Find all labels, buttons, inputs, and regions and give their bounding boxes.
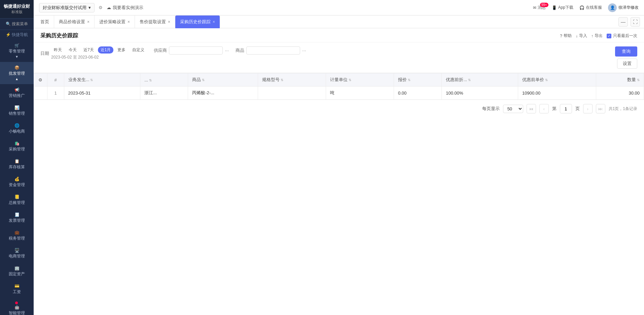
tab-goods-price-close[interactable]: ×	[87, 20, 90, 24]
th-unit[interactable]: 计量单位⇅	[326, 73, 394, 86]
sidebar-item-quick-nav[interactable]: ⚡ 快捷导航	[0, 30, 34, 40]
sidebar-item-inventory[interactable]: 📋 库存核算	[0, 155, 34, 173]
th-gear[interactable]: ⚙	[34, 73, 47, 86]
date-option-yesterday[interactable]: 昨天	[51, 46, 65, 54]
version-label: 好业财标准版交付试用	[43, 5, 86, 11]
export-button[interactable]: ↑ 导出	[591, 33, 603, 39]
help-button[interactable]: ? 帮助	[560, 33, 572, 39]
sidebar-item-search-menu[interactable]: 🔍 搜索菜单	[0, 19, 34, 30]
tab-purchase-price-strategy-close[interactable]: ×	[128, 20, 130, 24]
logo-sub: 标准版	[3, 9, 31, 14]
query-button[interactable]: 查询	[615, 46, 637, 57]
tab-minimize-button[interactable]: —	[618, 17, 628, 27]
export-label: 导出	[595, 33, 603, 39]
pagination-bar: 每页显示 50 100 200 ⏮ ‹ 第 页 › ⏭ 共1页，1条记录	[34, 100, 644, 117]
settings-gear-icon[interactable]: ⚙	[99, 5, 103, 10]
page-content: 采购历史价跟踪 ? 帮助 ↓ 导入 ↑ 导出 ✓	[34, 28, 644, 315]
date-label: 日期	[40, 50, 49, 57]
app-download-button[interactable]: 📱 App下载	[552, 5, 573, 10]
th-discount[interactable]: 优惠前折...⇅	[442, 73, 518, 86]
ledger-icon: 📒	[14, 195, 20, 199]
sidebar-item-ledger[interactable]: 📒 总账管理	[0, 191, 34, 209]
tab-sale-price-extract-label: 售价提取设置	[140, 19, 166, 25]
date-option-7days[interactable]: 近7天	[81, 46, 97, 54]
cell-spec	[258, 86, 326, 100]
demo-label: 我要看实例演示	[113, 5, 143, 11]
settings-button[interactable]: 设置	[617, 59, 637, 69]
online-service-button[interactable]: 🎧 在线客服	[579, 5, 602, 10]
page-prev-button[interactable]: ‹	[539, 104, 549, 113]
sidebar-item-smart[interactable]: 🤖 智能管理	[0, 298, 34, 315]
salary-icon: 💳	[14, 284, 20, 288]
app-logo: 畅捷通好业财 标准版	[0, 0, 34, 19]
page-last-button[interactable]: ⏭	[596, 104, 605, 113]
sidebar-item-purchase[interactable]: 🛍️ 采购管理	[0, 138, 34, 155]
user-menu[interactable]: 👤 徐泽华修改	[608, 3, 639, 12]
tab-bar: 首页 商品价格设置 × 进价策略设置 × 售价提取设置 × 采购历史价跟踪 × …	[34, 15, 644, 28]
logo-main: 畅捷通好业财	[3, 3, 31, 9]
sidebar-item-ecommerce[interactable]: 🖥️ 电商管理	[0, 245, 34, 262]
th-spec[interactable]: 规格型号⇅	[258, 73, 326, 86]
sidebar-item-retail[interactable]: 🛒 零售管理 ▼	[0, 40, 34, 62]
tab-purchase-history-close[interactable]: ×	[213, 20, 215, 24]
sidebar-item-marketing[interactable]: 📢 营销推广	[0, 84, 34, 102]
sidebar-item-tax[interactable]: 💼 税务管理	[0, 227, 34, 245]
date-option-more[interactable]: 更多	[115, 46, 128, 54]
sidebar-item-invoice[interactable]: 🧾 发票管理	[0, 209, 34, 227]
table-row: 1 2023-05-31 浙江... 丙烯酸-2-... 吨 0.00 100.…	[34, 86, 644, 100]
cell-quote: 0.00	[394, 86, 442, 100]
th-pre-price[interactable]: 优惠前单价⇅	[518, 73, 596, 86]
th-qty[interactable]: 数量⇅	[596, 73, 644, 86]
right-actions: ✉ 消息 99+ 📱 App下载 🎧 在线客服 👤 徐泽华修改	[533, 3, 639, 12]
sidebar-item-salary[interactable]: 💳 工资	[0, 280, 34, 298]
version-select[interactable]: 好业财标准版交付试用 ▾	[39, 3, 95, 12]
tab-purchase-price-strategy[interactable]: 进价策略设置 ×	[95, 15, 135, 28]
message-button[interactable]: ✉ 消息 99+	[533, 5, 546, 10]
cell-qty: 30.00	[596, 86, 644, 100]
supplier-input[interactable]	[169, 46, 223, 55]
tab-sale-price-extract[interactable]: 售价提取设置 ×	[135, 15, 175, 28]
tax-icon: 💼	[14, 230, 20, 235]
th-quote[interactable]: 报价⇅	[394, 73, 442, 86]
th-date[interactable]: 业务发生...⇅	[64, 73, 140, 86]
supplier-dots[interactable]: ···	[225, 48, 229, 53]
message-badge: 99+	[540, 3, 548, 7]
goods-input[interactable]	[246, 46, 300, 55]
date-option-today[interactable]: 今天	[66, 46, 79, 54]
tab-goods-price[interactable]: 商品价格设置 ×	[54, 15, 95, 28]
tab-sale-price-extract-close[interactable]: ×	[168, 20, 170, 24]
export-icon: ↑	[591, 34, 593, 38]
page-unit: 页	[575, 106, 580, 112]
only-last-checkbox[interactable]: ✓ 只看最后一次	[607, 33, 637, 39]
headset-icon: 🎧	[579, 5, 584, 10]
sidebar-item-finance[interactable]: 💰 资金管理	[0, 173, 34, 191]
demo-button[interactable]: ☁ 我要看实例演示	[107, 5, 143, 11]
page-title: 采购历史价跟踪	[40, 32, 78, 39]
sidebar-item-fixed-assets[interactable]: 🏢 固定资产	[0, 262, 34, 280]
date-option-1month[interactable]: 近1月	[98, 46, 114, 54]
per-page-label: 每页显示	[482, 106, 500, 112]
purchase-icon: 🛍️	[14, 141, 20, 146]
date-option-custom[interactable]: 自定义	[130, 46, 147, 54]
goods-filter-group: 商品 ···	[236, 46, 306, 55]
sidebar-item-wholesale[interactable]: 📦 批发管理 ▲	[0, 62, 34, 84]
page-first-button[interactable]: ⏮	[527, 104, 536, 113]
per-page-select[interactable]: 50 100 200	[503, 105, 523, 113]
page-next-button[interactable]: ›	[583, 104, 593, 113]
goods-dots[interactable]: ···	[302, 48, 306, 53]
page-header-actions: ? 帮助 ↓ 导入 ↑ 导出 ✓ 只看最后一次	[560, 33, 637, 39]
fixed-assets-icon: 🏢	[14, 266, 20, 271]
import-icon: ↓	[576, 34, 578, 38]
sidebar-item-sales[interactable]: 📊 销售管理	[0, 102, 34, 120]
tab-purchase-history[interactable]: 采购历史价跟踪 ×	[175, 15, 220, 28]
th-goods[interactable]: 商品⇅	[188, 73, 258, 86]
page-number-input[interactable]	[560, 104, 572, 113]
tab-fullscreen-button[interactable]: ⛶	[631, 17, 640, 27]
sidebar-item-ecommerce-small[interactable]: 🌐 小畅电商	[0, 120, 34, 138]
th-more[interactable]: ...⇅	[140, 73, 188, 86]
expand-icon: ▼	[15, 55, 19, 59]
cell-pre-price: 10900.00	[518, 86, 596, 100]
import-button[interactable]: ↓ 导入	[576, 33, 587, 39]
page-header: 采购历史价跟踪 ? 帮助 ↓ 导入 ↑ 导出 ✓	[34, 28, 644, 42]
tab-home[interactable]: 首页	[38, 15, 54, 28]
